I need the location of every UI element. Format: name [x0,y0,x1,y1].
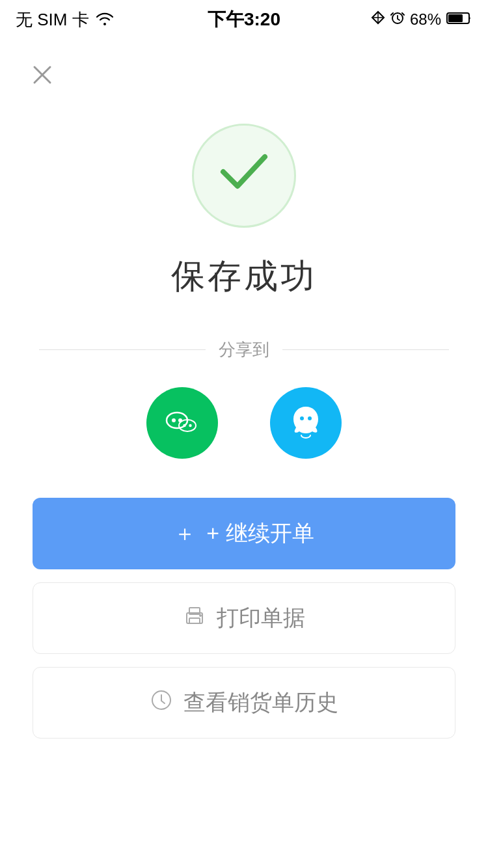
status-time: 下午3:20 [208,7,280,32]
svg-point-16 [199,614,202,617]
continue-label: + 继续开单 [206,519,314,549]
history-button[interactable]: 查看销货单历史 [33,667,455,739]
print-label: 打印单据 [217,603,305,633]
actions-section: ＋ + 继续开单 打印单据 查看销货单历史 [0,498,488,739]
success-section: 保存成功 [0,98,488,332]
alarm-icon [390,10,405,29]
continue-button[interactable]: ＋ + 继续开单 [33,498,455,569]
svg-point-9 [183,424,185,427]
print-button[interactable]: 打印单据 [33,582,455,654]
checkmark-icon [218,149,270,203]
close-button[interactable] [26,59,59,91]
history-label: 查看销货单历史 [183,688,338,718]
no-sim-text: 无 SIM 卡 [16,8,89,31]
close-area [0,39,488,98]
status-left: 无 SIM 卡 [16,8,114,31]
svg-rect-2 [448,14,463,22]
qq-share-button[interactable] [270,387,342,459]
plus-icon: ＋ [174,519,196,549]
wifi-icon [96,10,114,30]
svg-point-10 [189,424,191,427]
divider-right [282,349,449,350]
divider-left [39,349,206,350]
svg-point-6 [172,418,176,422]
svg-point-12 [308,416,312,420]
battery-text: 68% [410,10,441,29]
battery-icon [446,10,472,29]
history-icon [150,688,173,717]
share-label: 分享到 [206,338,282,361]
status-bar: 无 SIM 卡 下午3:20 68% [0,0,488,39]
check-circle [192,124,296,228]
share-section [0,387,488,459]
status-right: 68% [371,10,472,29]
success-title: 保存成功 [171,254,317,299]
print-icon [183,604,206,632]
wechat-share-button[interactable] [146,387,218,459]
share-divider: 分享到 [0,338,488,361]
svg-point-11 [300,416,304,420]
svg-rect-15 [189,618,200,623]
location-icon [371,10,385,29]
